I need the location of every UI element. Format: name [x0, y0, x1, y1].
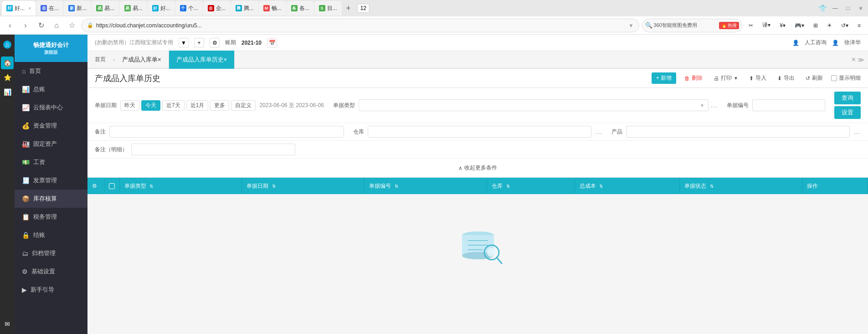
search-bar[interactable]: 🔍 360智能抠图免费用 🔥 热搜 [642, 19, 742, 32]
sidebar-item-cloud-report[interactable]: 📈 云报表中心 [15, 98, 87, 117]
voucher-filter-input[interactable] [752, 99, 825, 111]
ai-service-label[interactable]: 人工咨询 [805, 39, 827, 46]
brightness-tool[interactable]: ☀ [823, 19, 836, 32]
warehouse-filter-input[interactable] [368, 126, 591, 138]
translate-tool[interactable]: 译▾ [759, 19, 774, 32]
product-more-btn[interactable]: … [853, 128, 861, 136]
forward-btn[interactable]: › [19, 19, 32, 32]
add-btn[interactable]: + 新增 [652, 72, 676, 84]
close-panel-btn[interactable]: × [852, 56, 856, 64]
date-custom-btn[interactable]: 自定义 [231, 100, 256, 111]
panel-arrow-btn[interactable]: ≫ [858, 56, 864, 63]
tab-2-favicon: 新 [68, 5, 75, 11]
yuan-tool[interactable]: ¥▾ [776, 19, 789, 32]
breadcrumb-home[interactable]: 首页 [87, 56, 113, 63]
th-warehouse[interactable]: 仓库 ⇅ [487, 178, 575, 194]
date-more-btn[interactable]: 更多 [210, 100, 229, 111]
note-detail-filter-input[interactable] [131, 144, 295, 155]
tab-9[interactable]: 腾 腾... [231, 1, 258, 15]
more-tool[interactable]: ≡ [854, 19, 864, 32]
collapse-btn[interactable]: ∧ 收起更多条件 [453, 162, 503, 174]
sidebar-item-fund[interactable]: 💰 资金管理 [15, 117, 87, 135]
username[interactable]: 徐泽华 [844, 39, 861, 46]
shirt-icon[interactable]: 👕 [817, 3, 828, 14]
icon-sidebar-chart[interactable]: 📊 [1, 86, 14, 98]
product-filter-input[interactable] [626, 126, 850, 138]
address-bar[interactable]: 🔒 https://cloud.chanjet.com/accounting/u… [81, 19, 639, 32]
sidebar-item-fixed-asset[interactable]: 🏭 固定资产 [15, 135, 87, 153]
tab-5[interactable]: 好 好... [148, 1, 175, 15]
tab-2[interactable]: 新 新... [64, 1, 91, 15]
sidebar-item-archive[interactable]: 🗂 归档管理 [15, 244, 87, 262]
sidebar-item-new-voucher[interactable]: ▶ 新手引导 [15, 281, 87, 299]
tab-parent[interactable]: 产成品入库单× [115, 51, 169, 69]
th-date[interactable]: 单据日期 ⇅ [242, 178, 365, 194]
new-tab-btn[interactable]: + [342, 2, 355, 15]
type-filter-more-btn[interactable]: … [710, 101, 718, 109]
filter-settings-btn[interactable]: 设置 [834, 106, 861, 119]
minimize-btn[interactable]: — [830, 3, 841, 14]
warehouse-more-btn[interactable]: … [595, 128, 602, 136]
bookmark-btn[interactable]: ☆ [66, 19, 78, 32]
back-btn[interactable]: ‹ [4, 19, 16, 32]
icon-sidebar-email[interactable]: ✉ [1, 318, 14, 330]
sidebar-item-settlement[interactable]: 🔒 结账 [15, 226, 87, 244]
tab-10[interactable]: M 畅... [259, 1, 286, 15]
home-browser-btn[interactable]: ⌂ [50, 19, 63, 32]
th-type[interactable]: 单据类型 ⇅ [119, 178, 242, 194]
sidebar-item-invoice[interactable]: 🧾 发票管理 [15, 171, 87, 190]
tab-11[interactable]: 各 各... [287, 1, 314, 15]
import-btn[interactable]: ⬆ 导入 [746, 72, 769, 84]
tab-12[interactable]: S 目... [314, 1, 342, 15]
tab-1[interactable]: 在 在... [36, 1, 63, 15]
maximize-btn[interactable]: □ [842, 3, 853, 14]
th-checkbox[interactable] [104, 178, 119, 194]
game-tool[interactable]: 🎮▾ [791, 19, 808, 32]
sidebar-item-home[interactable]: ⌂ 首页 [15, 62, 87, 80]
icon-sidebar-home[interactable]: 🏠 [1, 57, 14, 69]
sidebar-item-tax[interactable]: 📋 税务管理 [15, 208, 87, 226]
date-yesterday-btn[interactable]: 昨天 [120, 100, 139, 111]
th-settings[interactable]: ⚙ [87, 178, 104, 194]
delete-btn[interactable]: 🗑 删除 [682, 72, 705, 84]
note-filter-input[interactable] [109, 126, 344, 138]
tab-7[interactable]: 企 企... [203, 1, 231, 15]
calendar-btn[interactable]: 📅 [267, 38, 277, 48]
tab-4[interactable]: 易 易... [120, 1, 147, 15]
tab-3[interactable]: 易 易... [92, 1, 119, 15]
show-detail-toggle[interactable]: 显示明细 [831, 74, 861, 82]
company-dropdown-btn[interactable]: ▼ [179, 38, 189, 48]
export-btn[interactable]: ⬇ 导出 [775, 72, 797, 84]
sidebar-item-basic[interactable]: ⚙ 基础设置 [15, 262, 87, 281]
scissors-tool[interactable]: ✂ [745, 19, 757, 32]
close-window-btn[interactable]: × [855, 3, 866, 14]
tab-6[interactable]: 个 个... [175, 1, 203, 15]
show-detail-checkbox[interactable] [831, 75, 837, 81]
icon-sidebar-logo[interactable]: 云 [1, 38, 14, 51]
sidebar-item-payroll[interactable]: 💵 工资 [15, 153, 87, 171]
icon-sidebar-star[interactable]: ⭐ [1, 71, 14, 84]
undo-tool[interactable]: ↺▾ [837, 19, 852, 32]
grid-tool[interactable]: ⊞ [810, 19, 822, 32]
date-7days-btn[interactable]: 近7天 [162, 100, 185, 111]
select-all-checkbox[interactable] [109, 183, 115, 189]
sidebar-item-inventory[interactable]: 📦 库存核算 [15, 190, 87, 208]
sidebar-item-general[interactable]: 📊 总账 [15, 80, 87, 98]
refresh-btn[interactable]: ↺ 刷新 [803, 72, 826, 84]
th-total-cost[interactable]: 总成本 ⇅ [575, 178, 680, 194]
print-btn[interactable]: 🖨 打印 ▼ [711, 72, 741, 84]
add-company-btn[interactable]: + [194, 38, 204, 48]
tab-active[interactable]: 好 好... × [2, 1, 36, 15]
settings-account-btn[interactable]: ⚙ [210, 38, 220, 48]
date-1month-btn[interactable]: 近1月 [186, 100, 209, 111]
th-number[interactable]: 单据编号 ⇅ [365, 178, 487, 194]
date-today-btn[interactable]: 今天 [141, 100, 160, 111]
th-status[interactable]: 单据状态 ⇅ [680, 178, 802, 194]
query-btn[interactable]: 查询 [834, 92, 861, 104]
hot-search-badge[interactable]: 🔥 热搜 [719, 22, 740, 29]
tab-current[interactable]: 产成品入库单历史× [169, 51, 235, 69]
refresh-browser-btn[interactable]: ↻ [35, 19, 47, 32]
tab-close-btn[interactable]: × [28, 5, 31, 11]
address-expand-btn[interactable]: ▼ [628, 23, 633, 28]
type-filter-select[interactable]: ▼ [359, 99, 709, 111]
